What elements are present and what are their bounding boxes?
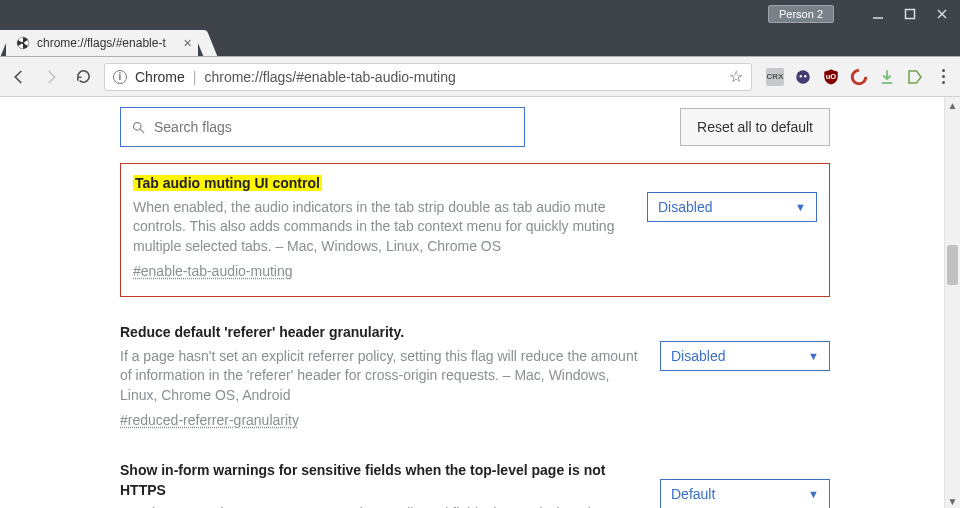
flag-dropdown-value: Disabled [658,199,712,215]
svg-point-7 [800,75,802,77]
chrome-menu-button[interactable] [934,69,952,84]
flag-title: Show in-form warnings for sensitive fiel… [120,461,640,500]
svg-point-12 [134,122,142,130]
bookmark-star-icon[interactable]: ☆ [729,67,743,86]
extension-icons: CRX uO [762,68,924,86]
flag-dropdown[interactable]: Disabled ▼ [647,192,817,222]
search-placeholder: Search flags [154,119,232,135]
flag-item-http-form-warning: Show in-form warnings for sensitive fiel… [120,461,830,508]
window-maximize-button[interactable] [902,6,918,22]
search-icon [131,120,146,135]
svg-line-13 [140,129,144,133]
flags-header-row: Search flags Reset all to default [120,107,830,147]
svg-rect-1 [906,10,915,19]
extension-download-icon[interactable] [878,68,896,86]
flag-description: If a page hasn't set an explicit referre… [120,347,640,406]
svg-point-6 [796,70,810,84]
tab-title: chrome://flags/#enable-t [37,36,166,50]
svg-point-10 [852,70,866,84]
chevron-down-icon: ▼ [808,488,819,500]
flag-dropdown-value: Default [671,486,715,502]
scroll-up-icon[interactable]: ▲ [945,97,960,113]
back-button[interactable] [8,66,30,88]
address-bar[interactable]: i Chrome | chrome://flags/#enable-tab-au… [104,63,752,91]
page-viewport: Search flags Reset all to default Tab au… [0,97,960,508]
radiation-icon [16,36,30,50]
flag-dropdown[interactable]: Default ▼ [660,479,830,508]
flag-item-reduced-referrer: Reduce default 'referer' header granular… [120,323,830,435]
window-minimize-button[interactable] [870,6,886,22]
flag-item-tab-audio-muting: Tab audio muting UI control When enabled… [120,163,830,297]
window-titlebar: Person 2 [0,0,960,28]
flag-title: Tab audio muting UI control [133,175,322,191]
flag-anchor-link[interactable]: #enable-tab-audio-muting [133,262,293,282]
flags-page: Search flags Reset all to default Tab au… [0,97,960,508]
svg-text:uO: uO [826,72,837,81]
svg-point-8 [804,75,806,77]
chevron-down-icon: ▼ [808,350,819,362]
extension-ghostery-icon[interactable] [794,68,812,86]
reload-button[interactable] [72,66,94,88]
window-close-button[interactable] [934,6,950,22]
scroll-down-icon[interactable]: ▼ [945,493,960,508]
forward-button[interactable] [40,66,62,88]
extension-crx-icon[interactable]: CRX [766,68,784,86]
profile-badge[interactable]: Person 2 [768,5,834,23]
flags-search-input[interactable]: Search flags [120,107,525,147]
browser-tab[interactable]: chrome://flags/#enable-t × [6,30,198,56]
url-path: chrome://flags/#enable-tab-audio-muting [204,69,455,85]
flag-dropdown-value: Disabled [671,348,725,364]
url-separator: | [193,69,197,85]
vertical-scrollbar[interactable]: ▲ ▼ [944,97,960,508]
url-scheme: Chrome [135,69,185,85]
flag-dropdown[interactable]: Disabled ▼ [660,341,830,371]
flag-description: When enabled, the audio indicators in th… [133,198,627,257]
scrollbar-thumb[interactable] [947,245,958,285]
tab-strip: chrome://flags/#enable-t × [0,28,960,56]
browser-toolbar: i Chrome | chrome://flags/#enable-tab-au… [0,57,960,97]
site-info-icon[interactable]: i [113,70,127,84]
extension-tag-icon[interactable] [906,68,924,86]
extension-ublock-icon[interactable]: uO [822,68,840,86]
flag-description: Attaches a warning UI to any password or… [120,504,640,508]
tab-close-icon[interactable]: × [184,35,192,51]
extension-c-icon[interactable] [850,68,868,86]
flag-anchor-link[interactable]: #reduced-referrer-granularity [120,411,299,431]
chevron-down-icon: ▼ [795,201,806,213]
reset-all-button[interactable]: Reset all to default [680,108,830,146]
flag-title: Reduce default 'referer' header granular… [120,323,640,343]
